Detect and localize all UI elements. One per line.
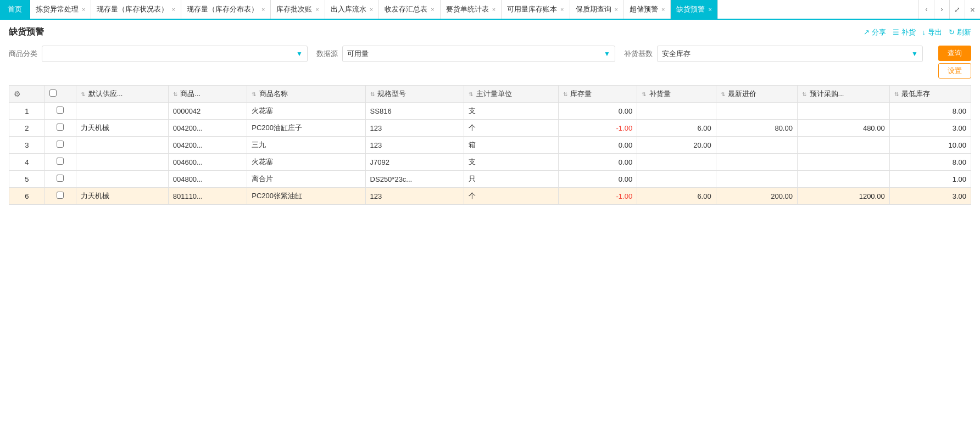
- replenish-btn[interactable]: ☰ 补货: [893, 27, 916, 37]
- table-header-row: ⚙ ⇅ 默认供应... ⇅ 商品... ⇅ 商品名称: [9, 86, 971, 103]
- query-button[interactable]: 查询: [938, 46, 971, 61]
- table-row[interactable]: 3 004200... 三九 123 箱 0.00 20.00 10.00: [9, 137, 971, 154]
- share-btn[interactable]: ↗ 分享: [864, 27, 886, 37]
- row-unit: 个: [464, 188, 559, 205]
- row-code: 004800...: [168, 171, 247, 188]
- nav-tab-close[interactable]: ×: [431, 6, 434, 13]
- row-checkbox[interactable]: [57, 107, 64, 114]
- th-unit[interactable]: ⇅ 主计量单位: [464, 86, 559, 103]
- nav-tab-inventory-dist[interactable]: 现存量（库存分布表）×: [181, 0, 271, 19]
- nav-tab-inout-flow[interactable]: 出入库流水×: [325, 0, 379, 19]
- nav-tab-home[interactable]: 首页: [0, 0, 30, 19]
- row-checkbox[interactable]: [57, 124, 64, 131]
- th-settings[interactable]: ⚙: [9, 86, 45, 103]
- sort-icon-code: ⇅: [173, 91, 177, 97]
- nav-restore-btn[interactable]: ⤢: [949, 0, 965, 19]
- export-btn[interactable]: ↓ 导出: [922, 27, 943, 37]
- th-price-label: 最新进价: [728, 89, 756, 98]
- row-checkbox[interactable]: [57, 192, 64, 199]
- row-stock: 0.00: [558, 137, 637, 154]
- nav-tab-close[interactable]: ×: [171, 6, 175, 13]
- row-num: 5: [9, 171, 45, 188]
- row-check[interactable]: [44, 188, 76, 205]
- nav-tab-close[interactable]: ×: [661, 6, 665, 13]
- row-name: 三九: [247, 137, 365, 154]
- nav-tab-label: 缺货预警: [676, 4, 705, 14]
- data-table: ⚙ ⇅ 默认供应... ⇅ 商品... ⇅ 商品名称: [9, 85, 971, 205]
- nav-tab-close[interactable]: ×: [708, 6, 711, 13]
- row-num: 3: [9, 137, 45, 154]
- replenish-basis-select[interactable]: 安全库存 ▼: [657, 46, 923, 62]
- row-check[interactable]: [44, 103, 76, 120]
- row-min-stock: 8.00: [889, 154, 971, 171]
- sort-icon-stock: ⇅: [563, 91, 567, 97]
- nav-tab-label: 库存批次账: [276, 4, 312, 14]
- replenish-label: 补货: [901, 27, 916, 37]
- refresh-label: 刷新: [957, 27, 971, 37]
- th-check[interactable]: [44, 86, 76, 103]
- nav-tab-available-ledger[interactable]: 可用量库存账本×: [502, 0, 570, 19]
- refresh-btn[interactable]: ↻ 刷新: [949, 27, 971, 37]
- settings-button[interactable]: 设置: [938, 63, 971, 79]
- row-name: PC200张紧油缸: [247, 188, 365, 205]
- row-plan: [797, 171, 889, 188]
- nav-tab-close[interactable]: ×: [315, 6, 319, 13]
- nav-tab-exception[interactable]: 拣货异常处理×: [30, 0, 91, 19]
- datasource-dropdown-icon: ▼: [604, 50, 610, 58]
- th-replenish[interactable]: ⇅ 补货量: [637, 86, 716, 103]
- category-select[interactable]: ▼: [42, 46, 308, 62]
- gear-icon[interactable]: ⚙: [14, 89, 21, 98]
- th-code[interactable]: ⇅ 商品...: [168, 86, 247, 103]
- nav-prev-btn[interactable]: ‹: [918, 0, 934, 19]
- row-num: 1: [9, 103, 45, 120]
- nav-tab-close[interactable]: ×: [82, 6, 85, 13]
- header-actions: ↗ 分享 ☰ 补货 ↓ 导出 ↻ 刷新: [864, 27, 972, 37]
- row-checkbox[interactable]: [57, 158, 64, 165]
- nav-tab-close[interactable]: ×: [370, 6, 373, 13]
- table-row[interactable]: 5 004800... 离合片 DS250*23c... 只 0.00 1.00: [9, 171, 971, 188]
- nav-next-btn[interactable]: ›: [934, 0, 949, 19]
- row-num: 2: [9, 120, 45, 137]
- nav-tab-close[interactable]: ×: [492, 6, 495, 13]
- th-stock[interactable]: ⇅ 库存量: [558, 86, 637, 103]
- share-icon: ↗: [864, 28, 870, 36]
- row-check[interactable]: [44, 120, 76, 137]
- filter-bar: 商品分类 ▼ 数据源 可用量 ▼ 补货基数 安全库存 ▼ 查询 设置: [9, 46, 971, 79]
- table-row[interactable]: 1 0000042 火花塞 SS816 支 0.00 8.00: [9, 103, 971, 120]
- th-name[interactable]: ⇅ 商品名称: [247, 86, 365, 103]
- row-name: 离合片: [247, 171, 365, 188]
- row-check[interactable]: [44, 154, 76, 171]
- th-spec[interactable]: ⇅ 规格型号: [365, 86, 464, 103]
- datasource-value: 可用量: [347, 49, 369, 59]
- nav-tab-shortage[interactable]: 缺货预警×: [671, 0, 717, 19]
- top-nav: 首页 拣货异常处理×现存量（库存状况表）×现存量（库存分布表）×库存批次账×出入…: [0, 0, 980, 20]
- datasource-select[interactable]: 可用量 ▼: [342, 46, 615, 62]
- nav-tab-close[interactable]: ×: [261, 6, 265, 13]
- th-plan[interactable]: ⇅ 预计采购...: [797, 86, 889, 103]
- th-price[interactable]: ⇅ 最新进价: [716, 86, 797, 103]
- nav-tab-batch-account[interactable]: 库存批次账×: [271, 0, 325, 19]
- th-supplier[interactable]: ⇅ 默认供应...: [76, 86, 169, 103]
- nav-tab-expiry-query[interactable]: 保质期查询×: [570, 0, 624, 19]
- row-replenish: 20.00: [637, 137, 716, 154]
- nav-tab-close[interactable]: ×: [560, 6, 564, 13]
- nav-tab-demand-stats[interactable]: 要货单统计表×: [441, 0, 502, 19]
- row-check[interactable]: [44, 137, 76, 154]
- select-all-checkbox[interactable]: [49, 89, 57, 97]
- row-checkbox[interactable]: [57, 141, 64, 148]
- nav-tab-receive-summary[interactable]: 收发存汇总表×: [379, 0, 440, 19]
- table-row[interactable]: 2 力天机械 004200... PC200油缸庄子 123 个 -1.00 6…: [9, 120, 971, 137]
- row-check[interactable]: [44, 171, 76, 188]
- nav-tab-close[interactable]: ×: [615, 6, 618, 13]
- th-min[interactable]: ⇅ 最低库存: [889, 86, 971, 103]
- table-row[interactable]: 4 004600... 火花塞 J7092 支 0.00 8.00: [9, 154, 971, 171]
- table-row[interactable]: 6 力天机械 801110... PC200张紧油缸 123 个 -1.00 6…: [9, 188, 971, 205]
- nav-tab-inventory-status[interactable]: 现存量（库存状况表）×: [91, 0, 181, 19]
- nav-tab-overstock[interactable]: 超储预警×: [624, 0, 671, 19]
- row-checkbox[interactable]: [57, 175, 64, 182]
- nav-close-btn[interactable]: ×: [965, 0, 980, 19]
- category-filter-group: 商品分类 ▼: [9, 46, 308, 62]
- row-spec: 123: [365, 120, 464, 137]
- row-code: 0000042: [168, 103, 247, 120]
- nav-tab-label: 出入库流水: [331, 4, 366, 14]
